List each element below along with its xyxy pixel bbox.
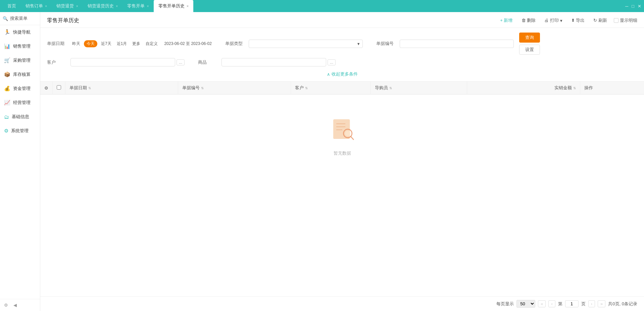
th-customer-sort-icon: ⇅ xyxy=(305,86,308,90)
show-detail-toggle[interactable]: 显示明细 xyxy=(614,17,637,23)
tab-bar: 首页 销售订单 × 销货退货 × 销货退货历史 × 零售开单 × 零售开单历史 … xyxy=(0,0,644,12)
sidebar-item-purchase-label: 采购管理 xyxy=(13,57,31,63)
tab-sales-return-history-close[interactable]: × xyxy=(116,4,118,8)
sidebar-search-label: 搜索菜单 xyxy=(10,15,28,21)
sidebar-item-inventory[interactable]: 📦 库存核算 xyxy=(0,67,40,82)
th-checkbox[interactable] xyxy=(53,82,65,95)
th-date-label: 单据日期 xyxy=(69,85,87,91)
tab-sales-return-label: 销货退货 xyxy=(56,3,74,9)
customer-ellipsis-button[interactable]: ... xyxy=(177,59,185,65)
tab-sales-return[interactable]: 销货退货 × xyxy=(52,0,83,12)
date-opt-yesterday[interactable]: 昨天 xyxy=(70,40,82,47)
date-opt-today[interactable]: 今天 xyxy=(84,40,97,47)
date-opt-7days[interactable]: 近7天 xyxy=(99,40,113,47)
quick-nav-icon: 🏃 xyxy=(4,29,10,35)
export-button[interactable]: ⬆ 导出 xyxy=(569,16,587,25)
page-label-suffix: 页 xyxy=(581,301,586,307)
th-amount[interactable]: 实销金额 ⇅ xyxy=(467,82,580,95)
minimize-btn[interactable]: ─ xyxy=(625,4,628,9)
sidebar-item-management[interactable]: 📈 经营管理 xyxy=(0,96,40,110)
first-page-button[interactable]: « xyxy=(538,300,546,307)
th-amount-label: 实销金额 xyxy=(554,85,572,91)
content-area: 零售开单历史 + 新增 🗑 删除 🖨 打印 ▾ ⬆ 导出 ↻ 刷新 xyxy=(40,12,644,311)
tab-sales-order[interactable]: 销售订单 × xyxy=(21,0,52,12)
th-amount-sort-icon: ⇅ xyxy=(573,86,576,90)
tab-home[interactable]: 首页 xyxy=(3,0,21,12)
th-number[interactable]: 单据编号 ⇅ xyxy=(178,82,291,95)
delete-button[interactable]: 🗑 删除 xyxy=(519,16,538,25)
sidebar-item-system[interactable]: ⚙ 系统管理 xyxy=(0,124,40,138)
settings-button[interactable]: 设置 xyxy=(519,45,540,55)
sidebar-item-inventory-label: 库存核算 xyxy=(13,71,31,77)
tab-sales-return-history[interactable]: 销货退货历史 × xyxy=(83,0,122,12)
tab-sales-order-close[interactable]: × xyxy=(45,4,47,8)
maximize-btn[interactable]: □ xyxy=(632,4,634,9)
th-customer-label: 客户 xyxy=(295,85,304,91)
sidebar-item-basic-info[interactable]: 🗂 基础信息 xyxy=(0,110,40,124)
select-all-checkbox[interactable] xyxy=(57,85,61,90)
sidebar-collapse-icon[interactable]: ◀ xyxy=(13,303,17,308)
table-container: ⚙ 单据日期 ⇅ 单据编号 xyxy=(40,82,644,296)
date-range-display: 2023-06-02 至 2023-06-02 xyxy=(164,41,211,47)
tab-retail-order-close[interactable]: × xyxy=(147,4,149,8)
show-detail-checkbox[interactable] xyxy=(614,18,618,23)
sidebar-item-finance-label: 资金管理 xyxy=(13,86,31,92)
number-filter-input[interactable] xyxy=(400,40,514,48)
print-label: 🖨 打印 xyxy=(544,17,559,23)
collapse-more-button[interactable]: ∧ 收起更多条件 xyxy=(47,70,637,79)
sidebar-search[interactable]: 🔍 搜索菜单 xyxy=(0,12,40,25)
sidebar-item-purchase[interactable]: 🛒 采购管理 xyxy=(0,53,40,67)
finance-icon: 💰 xyxy=(4,86,10,92)
sales-icon: 📊 xyxy=(4,43,10,49)
filter-row-1: 单据日期 昨天 今天 近7天 近1月 更多 自定义 2023-06-02 至 2… xyxy=(47,33,637,55)
print-button[interactable]: 🖨 打印 ▾ xyxy=(542,16,564,25)
th-customer[interactable]: 客户 ⇅ xyxy=(291,82,371,95)
close-btn[interactable]: ✕ xyxy=(638,4,641,9)
tab-retail-order-history-label: 零售开单历史 xyxy=(158,3,185,9)
svg-line-6 xyxy=(351,137,353,140)
goods-ellipsis-button[interactable]: ... xyxy=(328,59,336,65)
tab-sales-order-label: 销售订单 xyxy=(26,3,43,9)
type-filter-label: 单据类型 xyxy=(225,41,249,47)
date-opt-1month[interactable]: 近1月 xyxy=(115,40,129,47)
export-label: ⬆ 导出 xyxy=(571,17,585,23)
th-action-label: 操作 xyxy=(584,85,593,90)
tab-retail-order[interactable]: 零售开单 × xyxy=(122,0,153,12)
tab-retail-order-history-close[interactable]: × xyxy=(187,4,189,8)
tab-sales-return-close[interactable]: × xyxy=(76,4,78,8)
th-guide[interactable]: 导购员 ⇅ xyxy=(371,82,467,95)
date-opt-custom[interactable]: 自定义 xyxy=(144,40,159,47)
collapse-icon: ∧ xyxy=(327,72,330,77)
purchase-icon: 🛒 xyxy=(4,57,10,63)
sidebar-settings-icon[interactable]: ⚙ xyxy=(4,303,8,308)
page-label-prefix: 第 xyxy=(558,301,562,307)
per-page-select[interactable]: 50 10 20 100 xyxy=(516,300,535,308)
empty-illustration xyxy=(327,115,357,145)
filter-row-2: 客户 ... 商品 ... xyxy=(47,58,637,66)
empty-state: 暂无数据 xyxy=(40,95,644,176)
last-page-button[interactable]: » xyxy=(598,300,605,307)
sidebar-item-sales-label: 销售管理 xyxy=(13,43,31,49)
next-page-button[interactable]: › xyxy=(588,300,595,307)
current-page-input[interactable] xyxy=(565,300,579,307)
add-button[interactable]: + 新增 xyxy=(498,16,514,25)
date-options: 昨天 今天 近7天 近1月 更多 自定义 2023-06-02 至 2023-0… xyxy=(70,40,212,47)
sidebar-item-finance[interactable]: 💰 资金管理 xyxy=(0,82,40,96)
sidebar-bottom: ⚙ ◀ xyxy=(0,299,40,311)
system-icon: ⚙ xyxy=(4,128,8,134)
customer-filter-input[interactable] xyxy=(70,58,175,66)
sidebar-item-quick-nav[interactable]: 🏃 快捷导航 xyxy=(0,25,40,39)
date-opt-more[interactable]: 更多 xyxy=(131,40,142,47)
th-date[interactable]: 单据日期 ⇅ xyxy=(65,82,178,95)
refresh-button[interactable]: ↻ 刷新 xyxy=(591,16,609,25)
delete-label: 🗑 删除 xyxy=(522,17,536,23)
sidebar-item-sales[interactable]: 📊 销售管理 xyxy=(0,39,40,53)
th-guide-sort-icon: ⇅ xyxy=(389,86,392,90)
th-settings-icon[interactable]: ⚙ xyxy=(40,82,53,95)
query-button[interactable]: 查询 xyxy=(519,33,540,43)
show-detail-text: 显示明细 xyxy=(620,17,637,23)
type-filter-select[interactable]: ▾ xyxy=(249,40,363,48)
tab-retail-order-history[interactable]: 零售开单历史 × xyxy=(154,0,193,12)
prev-page-button[interactable]: ‹ xyxy=(548,300,555,307)
goods-filter-input[interactable] xyxy=(221,58,326,66)
